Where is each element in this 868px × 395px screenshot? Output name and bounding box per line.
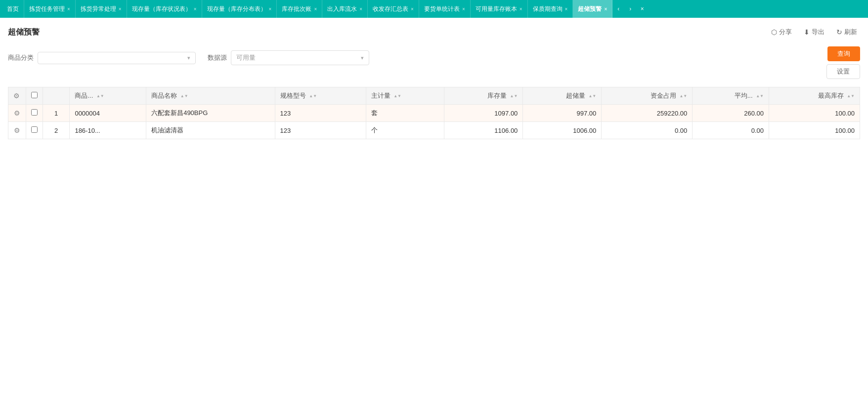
nav-tab-shelf-life[interactable]: 保质期查询 ×	[528, 0, 573, 18]
settings-cell: ⚙	[8, 105, 26, 122]
th-overstock[interactable]: 超储量 ▲▼	[523, 87, 602, 105]
sort-icon-capital-usage: ▲▼	[679, 94, 687, 98]
table-row: ⚙2186-10...机油滤清器123个1106.001006.000.000.…	[8, 122, 860, 139]
datasource-dropdown-icon: ▾	[361, 55, 364, 61]
nav-arrow-close[interactable]: ×	[636, 0, 648, 18]
page-title: 超储预警	[8, 27, 40, 38]
close-tab-abnormal[interactable]: ×	[119, 6, 122, 12]
nav-tab-available-stock[interactable]: 可用量库存账本 ×	[471, 0, 528, 18]
nav-tab-home[interactable]: 首页	[2, 0, 24, 18]
nav-tab-inventory-status[interactable]: 现存量（库存状况表） ×	[127, 0, 202, 18]
sort-icon-avg: ▲▼	[756, 94, 764, 98]
export-button[interactable]: ⬇ 导出	[801, 26, 827, 39]
nav-tab-inout-flow[interactable]: 出入库流水 ×	[322, 0, 368, 18]
checkbox-cell	[26, 122, 43, 139]
close-tab-order-stats[interactable]: ×	[462, 6, 465, 12]
share-button[interactable]: ⬡ 分享	[768, 26, 795, 39]
seq-cell: 2	[43, 122, 70, 139]
th-unit[interactable]: 主计量 ▲▼	[366, 87, 444, 105]
sort-icon-product-name: ▲▼	[180, 94, 188, 98]
close-tab-collect-summary[interactable]: ×	[411, 6, 414, 12]
category-dropdown-icon: ▾	[187, 55, 190, 61]
nav-tab-collect-summary[interactable]: 收发存汇总表 ×	[368, 0, 419, 18]
close-tab-inout-flow[interactable]: ×	[359, 6, 362, 12]
product-code-cell: 0000004	[70, 105, 146, 122]
settings-gear-icon[interactable]: ⚙	[13, 92, 20, 100]
category-label: 商品分类	[8, 53, 34, 62]
refresh-icon: ↻	[836, 28, 842, 36]
nav-tab-batch-account[interactable]: 库存批次账 ×	[277, 0, 322, 18]
settings-button[interactable]: 设置	[826, 64, 860, 79]
stock-cell: 1097.00	[444, 105, 523, 122]
avg-cell: 0.00	[693, 122, 769, 139]
query-button[interactable]: 查询	[827, 46, 860, 61]
close-tab-overstock-alert[interactable]: ×	[604, 6, 607, 12]
th-max-stock[interactable]: 最高库存 ▲▼	[769, 87, 860, 105]
unit-cell: 个	[366, 122, 444, 139]
nav-tab-inventory-dist[interactable]: 现存量（库存分布表） ×	[202, 0, 277, 18]
export-icon: ⬇	[804, 28, 810, 36]
th-product-name[interactable]: 商品名称 ▲▼	[146, 87, 275, 105]
page-container: 超储预警 ⬡ 分享 ⬇ 导出 ↻ 刷新 商品分类 ▾	[0, 18, 868, 395]
nav-tab-overstock-alert[interactable]: 超储预警 ×	[573, 0, 612, 18]
data-table: ⚙ 商品... ▲▼ 商品名称 ▲▼ 规格型号 ▲▼	[8, 87, 860, 139]
nav-tab-task-mgmt[interactable]: 拣货任务管理 ×	[24, 0, 76, 18]
nav-arrow-left[interactable]: ‹	[612, 0, 624, 18]
th-avg[interactable]: 平均... ▲▼	[693, 87, 769, 105]
th-checkbox	[26, 87, 43, 105]
row-checkbox-1[interactable]	[31, 109, 38, 116]
close-tab-batch-account[interactable]: ×	[314, 6, 317, 12]
header-actions: ⬡ 分享 ⬇ 导出 ↻ 刷新	[768, 26, 860, 39]
overstock-cell: 997.00	[523, 105, 602, 122]
row-checkbox-2[interactable]	[31, 126, 38, 133]
close-tab-task-mgmt[interactable]: ×	[67, 6, 70, 12]
th-seq	[43, 87, 70, 105]
close-tab-available-stock[interactable]: ×	[520, 6, 522, 12]
share-icon: ⬡	[771, 28, 777, 36]
nav-tab-order-stats[interactable]: 要货单统计表 ×	[419, 0, 471, 18]
select-all-checkbox[interactable]	[31, 92, 38, 98]
settings-cell: ⚙	[8, 122, 26, 139]
product-name-cell: 六配套新昌490BPG	[146, 105, 275, 122]
category-filter-group: 商品分类 ▾	[8, 52, 196, 64]
sort-icon-max-stock: ▲▼	[847, 94, 855, 98]
checkbox-cell	[26, 105, 43, 122]
table-row: ⚙10000004六配套新昌490BPG123套1097.00997.00259…	[8, 105, 860, 122]
sort-icon-unit: ▲▼	[393, 94, 401, 98]
close-tab-inventory-dist[interactable]: ×	[269, 6, 272, 12]
top-navigation: 首页 拣货任务管理 × 拣货异常处理 × 现存量（库存状况表） × 现存量（库存…	[0, 0, 868, 18]
sort-icon-overstock: ▲▼	[588, 94, 596, 98]
category-select[interactable]: ▾	[38, 52, 196, 64]
datasource-select[interactable]: 可用量 ▾	[231, 50, 369, 65]
capital-usage-cell: 259220.00	[602, 105, 693, 122]
sort-icon-spec: ▲▼	[309, 94, 317, 98]
th-spec[interactable]: 规格型号 ▲▼	[275, 87, 366, 105]
table-header-row: ⚙ 商品... ▲▼ 商品名称 ▲▼ 规格型号 ▲▼	[8, 87, 860, 105]
th-product-code[interactable]: 商品... ▲▼	[70, 87, 146, 105]
nav-tab-abnormal[interactable]: 拣货异常处理 ×	[76, 0, 127, 18]
close-tab-shelf-life[interactable]: ×	[565, 6, 568, 12]
product-code-cell: 186-10...	[70, 122, 146, 139]
unit-cell: 套	[366, 105, 444, 122]
refresh-button[interactable]: ↻ 刷新	[833, 26, 860, 39]
stock-cell: 1106.00	[444, 122, 523, 139]
th-stock[interactable]: 库存量 ▲▼	[444, 87, 523, 105]
max-stock-cell: 100.00	[769, 105, 860, 122]
row-gear-icon[interactable]: ⚙	[14, 126, 20, 134]
seq-cell: 1	[43, 105, 70, 122]
spec-cell: 123	[275, 122, 366, 139]
th-capital-usage[interactable]: 资金占用 ▲▼	[602, 87, 693, 105]
spec-cell: 123	[275, 105, 366, 122]
max-stock-cell: 100.00	[769, 122, 860, 139]
datasource-label: 数据源	[208, 53, 227, 62]
overstock-cell: 1006.00	[523, 122, 602, 139]
nav-arrow-right[interactable]: ›	[624, 0, 636, 18]
page-header: 超储预警 ⬡ 分享 ⬇ 导出 ↻ 刷新	[8, 26, 860, 39]
th-settings: ⚙	[8, 87, 26, 105]
close-tab-inventory-status[interactable]: ×	[194, 6, 197, 12]
datasource-select-text: 可用量	[236, 53, 256, 62]
avg-cell: 260.00	[693, 105, 769, 122]
row-gear-icon[interactable]: ⚙	[14, 109, 20, 117]
filter-actions: 查询 设置	[826, 46, 860, 79]
sort-icon-product-code: ▲▼	[96, 94, 104, 98]
